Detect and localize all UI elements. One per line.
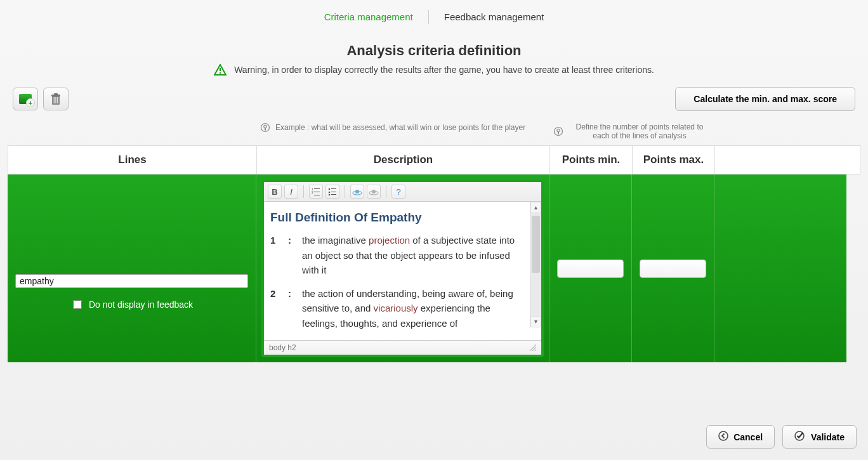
line-name-input[interactable] (15, 274, 248, 288)
svg-point-23 (329, 194, 331, 196)
svg-point-28 (372, 190, 376, 194)
svg-rect-24 (331, 194, 336, 195)
svg-point-11 (555, 128, 563, 136)
scroll-down-button[interactable]: ▾ (530, 316, 541, 327)
header-description: Description (257, 146, 550, 174)
footer-buttons: Cancel Validate (706, 425, 857, 449)
do-not-display-label: Do not display in feedback (89, 299, 193, 310)
definition-text: the imaginative projection of a subjecti… (302, 233, 523, 277)
svg-rect-20 (331, 188, 336, 189)
delete-criterion-button[interactable] (43, 88, 69, 110)
toolbar-row: + Calculate the min. and max. score (0, 87, 868, 117)
definition-number: 2 (270, 286, 280, 331)
editor-link-button[interactable] (350, 185, 364, 199)
editor-separator (345, 185, 345, 198)
editor-separator (303, 185, 304, 198)
definition-row: 1:the imaginative projection of a subjec… (270, 233, 523, 277)
rich-text-editor: B I 12 ? Full Defini (261, 180, 544, 357)
editor-toolbar: B I 12 ? (264, 182, 541, 202)
points-max-input[interactable] (640, 260, 706, 278)
cancel-button[interactable]: Cancel (706, 425, 775, 449)
svg-rect-4 (54, 93, 58, 95)
toolbar-left: + (13, 88, 69, 110)
grid-body: Do not display in feedback B I 12 (8, 174, 860, 362)
plus-icon: + (26, 98, 35, 107)
svg-point-8 (261, 124, 270, 132)
editor-unordered-list-button[interactable] (326, 185, 339, 199)
header-points-max: Points max. (633, 146, 715, 174)
grid-header: Lines Description Points min. Points max… (8, 145, 860, 174)
hint-points: Define the number of points related to e… (549, 117, 714, 145)
tab-divider (428, 10, 429, 24)
definition-number: 1 (270, 233, 280, 277)
editor-path-text[interactable]: body h2 (269, 343, 296, 352)
tab-criteria-management[interactable]: Criteria management (324, 8, 413, 26)
editor-content-area[interactable]: Full Definition Of Empathy 1:the imagina… (264, 202, 541, 340)
svg-rect-10 (265, 128, 266, 131)
cell-lines: Do not display in feedback (8, 174, 256, 362)
cell-empty (714, 174, 846, 362)
editor-heading: Full Definition Of Empathy (270, 208, 523, 227)
check-icon (794, 431, 806, 443)
header-lines: Lines (8, 146, 257, 174)
page-title: Analysis criteria definition (0, 43, 868, 59)
definition-link[interactable]: projection (369, 235, 410, 246)
bulb-icon (553, 126, 563, 136)
warning-icon (214, 64, 227, 76)
svg-rect-18 (314, 195, 320, 195)
svg-rect-13 (558, 132, 559, 135)
hint-lines-empty (8, 117, 256, 128)
cell-points-min (549, 174, 632, 362)
do-not-display-row: Do not display in feedback (15, 298, 248, 311)
editor-italic-button[interactable]: I (284, 185, 298, 199)
scroll-up-button[interactable]: ▴ (530, 202, 541, 213)
header-empty (715, 146, 847, 174)
svg-rect-17 (314, 192, 320, 192)
editor-scrollbar: ▴ ▾ (530, 202, 541, 327)
editor-bold-button[interactable]: B (268, 185, 282, 199)
svg-rect-6 (55, 97, 56, 103)
editor-ordered-list-button[interactable]: 12 (309, 185, 323, 199)
editor-path-bar: body h2 (264, 340, 541, 355)
svg-point-21 (329, 192, 331, 194)
svg-point-19 (329, 188, 331, 190)
editor-unlink-button[interactable] (367, 185, 381, 199)
header-points-min: Points min. (550, 146, 633, 174)
cell-points-max (632, 174, 714, 362)
tab-feedback-management[interactable]: Feedback management (444, 8, 544, 26)
cancel-label: Cancel (733, 432, 763, 442)
svg-text:2: 2 (312, 190, 313, 194)
editor-help-button[interactable]: ? (391, 185, 405, 199)
editor-separator (386, 185, 386, 198)
editor-resize-handle[interactable] (529, 343, 536, 352)
hint-row: Example : what will be assessed, what wi… (8, 117, 860, 145)
svg-point-29 (719, 431, 728, 440)
svg-rect-22 (331, 192, 336, 192)
validate-button[interactable]: Validate (782, 425, 857, 449)
svg-rect-0 (220, 68, 221, 71)
scroll-track[interactable] (530, 213, 541, 316)
svg-rect-15 (314, 188, 320, 189)
svg-rect-7 (57, 97, 58, 103)
hint-description: Example : what will be assessed, what wi… (256, 117, 549, 138)
validate-label: Validate (811, 432, 845, 442)
scroll-thumb[interactable] (532, 216, 540, 273)
svg-rect-1 (220, 72, 221, 74)
bulb-icon (260, 122, 270, 133)
svg-point-26 (355, 190, 359, 194)
add-criterion-button[interactable]: + (13, 88, 38, 110)
points-min-input[interactable] (557, 260, 624, 278)
calculate-score-button[interactable]: Calculate the min. and max. score (675, 87, 855, 111)
hint-points-text: Define the number of points related to e… (569, 122, 711, 140)
back-arrow-icon (718, 431, 728, 443)
svg-point-9 (264, 125, 266, 128)
svg-rect-5 (54, 97, 55, 103)
do-not-display-checkbox[interactable] (73, 300, 82, 309)
definition-row: 2:the action of understanding, being awa… (270, 286, 523, 331)
warning-row: Warning, in order to display correctly t… (0, 64, 868, 76)
svg-point-12 (557, 129, 560, 131)
definition-colon: : (288, 233, 294, 277)
warning-text: Warning, in order to display correctly t… (234, 65, 654, 75)
definition-text: the action of understanding, being aware… (302, 286, 523, 331)
definition-link[interactable]: vicariously (374, 303, 418, 313)
